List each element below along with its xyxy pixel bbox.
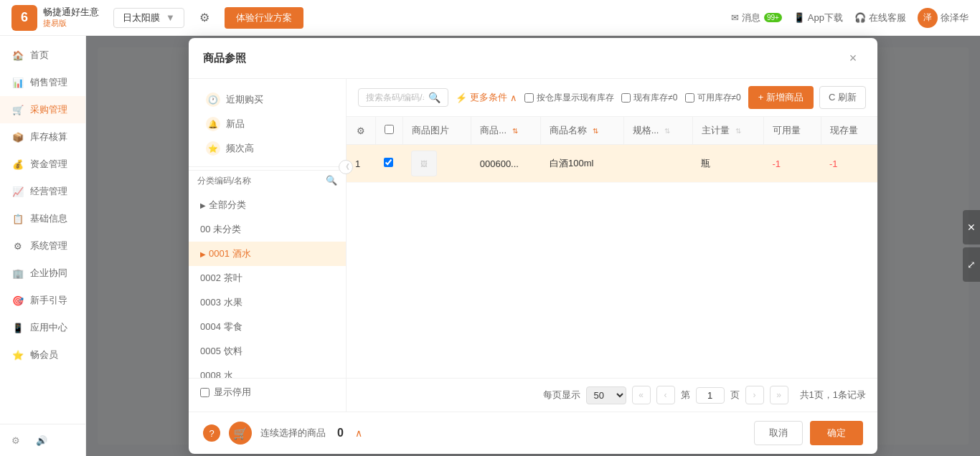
- row-unit: 瓶: [692, 145, 763, 183]
- footer-actions: 取消 确定: [754, 421, 863, 445]
- collapse-panel-button[interactable]: 《: [339, 160, 353, 174]
- category-label-0002: 0002 茶叶: [200, 272, 242, 285]
- member-icon: ⭐: [11, 348, 24, 361]
- th-checkbox: [375, 117, 402, 145]
- th-unit-sort-icon: ⇅: [735, 127, 741, 135]
- user-avatar: 泽: [918, 8, 938, 28]
- trial-button[interactable]: 体验行业方案: [225, 7, 303, 29]
- category-item-0005[interactable]: 0005 饮料: [189, 339, 346, 364]
- quick-item-recent[interactable]: 🕐 近期购买: [197, 87, 337, 112]
- next-page-button[interactable]: ›: [745, 386, 764, 404]
- first-page-button[interactable]: «: [632, 386, 651, 404]
- filter-stock-checkbox[interactable]: [524, 93, 534, 103]
- page-label: 第: [681, 389, 690, 402]
- th-name[interactable]: 商品名称 ⇅: [541, 117, 623, 145]
- app-download-btn[interactable]: 📱 App下载: [793, 11, 843, 24]
- per-page-select[interactable]: 10 20 50 100: [586, 386, 626, 404]
- quick-item-frequent[interactable]: ⭐ 频次高: [197, 136, 337, 161]
- category-search-icon[interactable]: 🔍: [326, 175, 337, 186]
- product-search-input[interactable]: [366, 92, 424, 103]
- user-area[interactable]: 泽 徐泽华: [918, 8, 969, 28]
- select-all-checkbox[interactable]: [385, 125, 394, 134]
- sidebar-item-member[interactable]: ⭐ 畅会员: [0, 341, 85, 369]
- category-item-00[interactable]: 00 未分类: [189, 217, 346, 242]
- th-available-label: 可用量: [773, 125, 801, 136]
- th-stock-label: 现存量: [830, 125, 858, 136]
- selected-count: 0: [337, 427, 344, 440]
- category-item-0003[interactable]: 0003 水果: [189, 290, 346, 315]
- quick-access: 🕐 近期购买 🔔 新品 ⭐ 频次高: [189, 85, 346, 166]
- th-image-label: 商品图片: [412, 125, 449, 136]
- prev-page-button[interactable]: ‹: [656, 386, 675, 404]
- finance-icon: 💰: [11, 158, 24, 171]
- messages-btn[interactable]: ✉ 消息 99+: [731, 11, 782, 24]
- category-item-0008[interactable]: 0008 水: [189, 364, 346, 378]
- row-checkbox[interactable]: [384, 158, 393, 167]
- sidebar-item-guide[interactable]: 🎯 新手引导: [0, 287, 85, 314]
- th-spec[interactable]: 规格... ⇅: [623, 117, 692, 145]
- sidebar-item-apps[interactable]: 📱 应用中心: [0, 314, 85, 341]
- product-search-icon[interactable]: 🔍: [428, 92, 440, 103]
- app-download-label: App下载: [808, 11, 843, 24]
- category-item-0001[interactable]: ▶ 0001 酒水: [189, 242, 346, 266]
- filter-available-ne0[interactable]: 可用库存≠0: [685, 92, 741, 104]
- sidebar-item-sales[interactable]: 📊 销售管理: [0, 69, 85, 96]
- phone-icon: 📱: [793, 12, 805, 23]
- row-spec: [623, 145, 692, 183]
- sidebar-label-purchase: 采购管理: [30, 103, 67, 116]
- sidebar-item-purchase[interactable]: 🛒 采购管理: [0, 96, 85, 123]
- home-icon: 🏠: [11, 49, 24, 62]
- row-code: 000600...: [471, 145, 541, 183]
- logo-sub-text: 捷易版: [43, 18, 99, 29]
- sidebar-item-stock[interactable]: 📦 库存核算: [0, 123, 85, 151]
- cancel-button[interactable]: 取消: [754, 421, 803, 445]
- message-badge: 99+: [764, 13, 782, 22]
- confirm-button[interactable]: 确定: [810, 421, 863, 445]
- filter-stock-ne0[interactable]: 现有库存≠0: [621, 92, 677, 104]
- category-label-0008: 0008 水: [200, 369, 233, 378]
- add-product-button[interactable]: + 新增商品: [748, 86, 814, 109]
- online-service-btn[interactable]: 🎧 在线客服: [854, 11, 906, 24]
- th-settings[interactable]: ⚙: [347, 117, 375, 145]
- filter-show-stock[interactable]: 按仓库显示现有库存: [524, 92, 614, 104]
- page-number-input[interactable]: [696, 387, 725, 404]
- enterprise-icon: 🏢: [11, 267, 24, 280]
- show-disabled-checkbox[interactable]: [200, 388, 209, 397]
- headphone-icon: 🎧: [854, 12, 866, 23]
- table-row[interactable]: 1 🖼: [347, 145, 877, 183]
- th-code[interactable]: 商品... ⇅: [471, 117, 541, 145]
- cart-button[interactable]: 🛒: [229, 422, 252, 445]
- help-button[interactable]: ?: [203, 424, 220, 442]
- more-filter-button[interactable]: ⚡ 更多条件 ∧: [456, 91, 517, 104]
- toolbar-right: + 新增商品 C 刷新: [748, 86, 866, 109]
- category-item-all[interactable]: ▶ 全部分类: [189, 193, 346, 217]
- refresh-button[interactable]: C 刷新: [819, 86, 866, 109]
- overlay-expand-button[interactable]: ⤢: [963, 247, 980, 282]
- quick-item-new[interactable]: 🔔 新品: [197, 112, 337, 136]
- overlay-close-x-button[interactable]: ✕: [963, 210, 980, 244]
- bottom-settings-icon[interactable]: ⚙: [6, 430, 26, 450]
- category-item-0002[interactable]: 0002 茶叶: [189, 266, 346, 290]
- category-search-input[interactable]: [197, 176, 326, 186]
- footer-collapse-icon[interactable]: ∧: [355, 427, 362, 439]
- dialog-close-button[interactable]: ×: [843, 48, 863, 68]
- product-table-body: 1 🖼: [347, 145, 877, 183]
- page-suffix: 页: [730, 389, 740, 402]
- sidebar-item-home[interactable]: 🏠 首页: [0, 42, 85, 69]
- settings-icon[interactable]: ⚙: [193, 6, 216, 29]
- sidebar-item-business[interactable]: 📈 经营管理: [0, 178, 85, 205]
- bottom-volume-icon[interactable]: 🔊: [32, 430, 52, 450]
- filter-available-ne0-checkbox[interactable]: [685, 93, 694, 103]
- sidebar-item-system[interactable]: ⚙ 系统管理: [0, 232, 85, 260]
- show-disabled-label[interactable]: 显示停用: [214, 386, 251, 399]
- business-icon: 📈: [11, 185, 24, 198]
- sidebar-item-enterprise[interactable]: 🏢 企业协同: [0, 260, 85, 287]
- filter-stock-ne0-checkbox[interactable]: [621, 93, 631, 103]
- last-page-button[interactable]: »: [770, 386, 788, 404]
- sidebar-item-basic[interactable]: 📋 基础信息: [0, 205, 85, 232]
- system-icon: ⚙: [11, 239, 24, 252]
- category-item-0004[interactable]: 0004 零食: [189, 315, 346, 339]
- store-selector[interactable]: 日太阳膜 ▼: [113, 8, 184, 28]
- th-unit[interactable]: 主计量 ⇅: [692, 117, 763, 145]
- sidebar-item-finance[interactable]: 💰 资金管理: [0, 151, 85, 178]
